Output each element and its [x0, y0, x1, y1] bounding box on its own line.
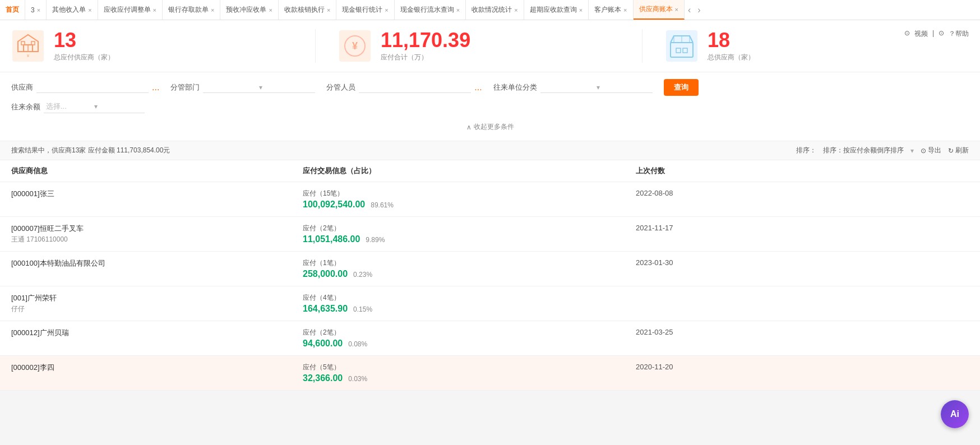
- nav-tab-bank[interactable]: 银行存取款单 ×: [163, 0, 220, 20]
- tx-label: 应付（2笔）: [303, 328, 636, 337]
- tx-amount[interactable]: 32,366.00: [303, 373, 343, 383]
- close-icon[interactable]: ×: [385, 7, 388, 13]
- dept-filter-label: 分管部门: [170, 82, 200, 92]
- refresh-icon: ↻: [948, 147, 954, 155]
- supplier-link[interactable]: [001]广州荣轩: [11, 294, 57, 302]
- nav-tab-prepay[interactable]: 预收冲应收单 ×: [220, 0, 278, 20]
- header-card-payable-info: 13 总应付供应商（家）: [54, 30, 114, 62]
- supplier-input[interactable]: [36, 82, 149, 93]
- separator: |: [932, 29, 934, 39]
- refresh-button[interactable]: ↻ 刷新: [948, 146, 969, 155]
- tx-amount[interactable]: 100,092,540.00: [303, 200, 365, 210]
- nav-tab-home[interactable]: 首页: [0, 0, 25, 20]
- collapse-button[interactable]: ∧ 收起更多条件: [466, 122, 514, 132]
- tx-cell: 应付（15笔） 100,092,540.00 89.61%: [303, 189, 636, 210]
- last-pay-cell: 2021-03-25: [636, 328, 969, 336]
- close-icon[interactable]: ×: [211, 7, 214, 13]
- tx-label: 应付（15笔）: [303, 189, 636, 198]
- header-card-payable-amount: ¥ 11,170.39 应付合计（万）: [315, 29, 642, 63]
- nav-next-button[interactable]: ›: [694, 5, 704, 15]
- tx-label: 应付（2笔）: [303, 224, 636, 233]
- close-icon[interactable]: ×: [579, 7, 583, 13]
- amount-icon: ¥: [338, 29, 372, 63]
- total-suppliers-number: 18: [708, 30, 755, 50]
- tx-amount[interactable]: 94,600.00: [303, 339, 343, 349]
- supplier-cell: [000002]李四: [11, 363, 303, 374]
- tx-cell: 应付（4笔） 164,635.90 0.15%: [303, 293, 636, 314]
- balance-select[interactable]: 选择... ▾: [44, 100, 145, 113]
- close-icon[interactable]: ×: [456, 7, 460, 13]
- search-button[interactable]: 查询: [664, 79, 699, 96]
- nav-prev-button[interactable]: ‹: [685, 5, 694, 15]
- tx-cell: 应付（2笔） 94,600.00 0.08%: [303, 328, 636, 349]
- svg-text:¥: ¥: [26, 53, 30, 58]
- supplier-link[interactable]: [000100]本特勤油品有限公司: [11, 259, 105, 267]
- nav-tab-supplier-ledger[interactable]: 供应商账本 ×: [634, 0, 685, 20]
- tx-cell: 应付（2笔） 11,051,486.00 9.89%: [303, 224, 636, 244]
- store-icon: [665, 29, 699, 63]
- help-icon: ⊙: [939, 29, 944, 39]
- table-row: [000001]张三 应付（15笔） 100,092,540.00 89.61%…: [0, 182, 980, 217]
- nav-tab-cashflow[interactable]: 现金银行流水查询 ×: [395, 0, 466, 20]
- tx-amount[interactable]: 164,635.90: [303, 304, 348, 314]
- filter-row-2: 往来余额 选择... ▾: [11, 100, 969, 113]
- video-icon: ⊙: [904, 29, 910, 39]
- supplier-dots[interactable]: ...: [152, 82, 159, 92]
- nav-tab-adjust[interactable]: 应收应付调整单 ×: [98, 0, 163, 20]
- nav-tab-other-income-label: 其他收入单: [52, 5, 86, 15]
- tx-cell: 应付（5笔） 32,366.00 0.03%: [303, 363, 636, 383]
- nav-tab-collect[interactable]: 收款核销执行 ×: [279, 0, 336, 20]
- close-icon[interactable]: ×: [623, 7, 627, 13]
- close-icon[interactable]: ×: [675, 6, 678, 13]
- tx-percent: 89.61%: [371, 201, 394, 209]
- nav-tab-cash-stat[interactable]: 现金银行统计 ×: [336, 0, 394, 20]
- supplier-link[interactable]: [000007]恒旺二手叉车: [11, 224, 84, 233]
- nav-tab-payment-stat[interactable]: 收款情况统计 ×: [466, 0, 524, 20]
- nav-tab-prepay-label: 预收冲应收单: [226, 5, 266, 15]
- last-pay-cell: 2021-11-17: [636, 224, 969, 232]
- supplier-link[interactable]: [000002]李四: [11, 363, 54, 372]
- export-label: 导出: [928, 146, 941, 155]
- header-links: ⊙ 视频 | ⊙ ？帮助: [904, 29, 969, 39]
- last-pay-cell: 2020-11-20: [636, 363, 969, 371]
- close-icon[interactable]: ×: [269, 7, 272, 13]
- nav-tab-overdue[interactable]: 超期应收款查询 ×: [524, 0, 589, 20]
- video-link[interactable]: 视频: [914, 29, 928, 39]
- nav-tab-other-income[interactable]: 其他收入单 ×: [47, 0, 98, 20]
- close-icon[interactable]: ×: [37, 7, 40, 13]
- sort-value[interactable]: 排序：按应付余额倒序排序: [823, 146, 904, 155]
- supplier-link[interactable]: [000012]广州贝瑞: [11, 328, 69, 337]
- supplier-cell: [000001]张三: [11, 189, 303, 200]
- table-row: [001]广州荣轩 仔仔 应付（4笔） 164,635.90 0.15%: [0, 286, 980, 321]
- payable-amount-number: 11,170.39: [381, 30, 470, 50]
- person-input[interactable]: [359, 82, 471, 93]
- nav-tab-supplier-ledger-label: 供应商账本: [639, 4, 673, 14]
- nav-tab-3[interactable]: 3 ×: [25, 0, 47, 20]
- nav-tab-adjust-label: 应收应付调整单: [104, 5, 151, 15]
- tx-amount-row: 11,051,486.00 9.89%: [303, 234, 636, 244]
- close-icon[interactable]: ×: [514, 7, 517, 13]
- sort-chevron-down-icon: ▾: [910, 147, 914, 155]
- close-icon[interactable]: ×: [88, 7, 91, 13]
- balance-filter-label: 往来余额: [11, 102, 40, 112]
- close-icon[interactable]: ×: [327, 7, 330, 13]
- header-section: ¥ 13 总应付供应商（家） ¥ 11,170.39 应付合计（万）: [0, 20, 980, 72]
- supplier-link[interactable]: [000001]张三: [11, 189, 54, 198]
- tx-amount[interactable]: 258,000.00: [303, 269, 348, 279]
- col-header-lastpay: 上次付数: [636, 166, 969, 176]
- help-link[interactable]: ？帮助: [949, 29, 969, 39]
- dept-select[interactable]: ▾: [203, 82, 315, 93]
- person-dots[interactable]: ...: [474, 82, 482, 92]
- tx-amount[interactable]: 11,051,486.00: [303, 234, 360, 244]
- payable-suppliers-number: 13: [54, 30, 114, 50]
- tx-amount-row: 258,000.00 0.23%: [303, 269, 636, 279]
- svg-text:¥: ¥: [352, 40, 358, 52]
- table-header-row: 供应商信息 应付交易信息（占比） 上次付数: [0, 160, 980, 182]
- nav-tab-customer-ledger[interactable]: 客户账本 ×: [589, 0, 633, 20]
- export-button[interactable]: ⊙ 导出: [921, 146, 941, 155]
- tx-percent: 0.08%: [348, 340, 367, 348]
- tx-label: 应付（4笔）: [303, 293, 636, 303]
- supplier-icon: ¥: [11, 29, 45, 63]
- category-select[interactable]: ▾: [540, 82, 653, 93]
- close-icon[interactable]: ×: [153, 7, 156, 13]
